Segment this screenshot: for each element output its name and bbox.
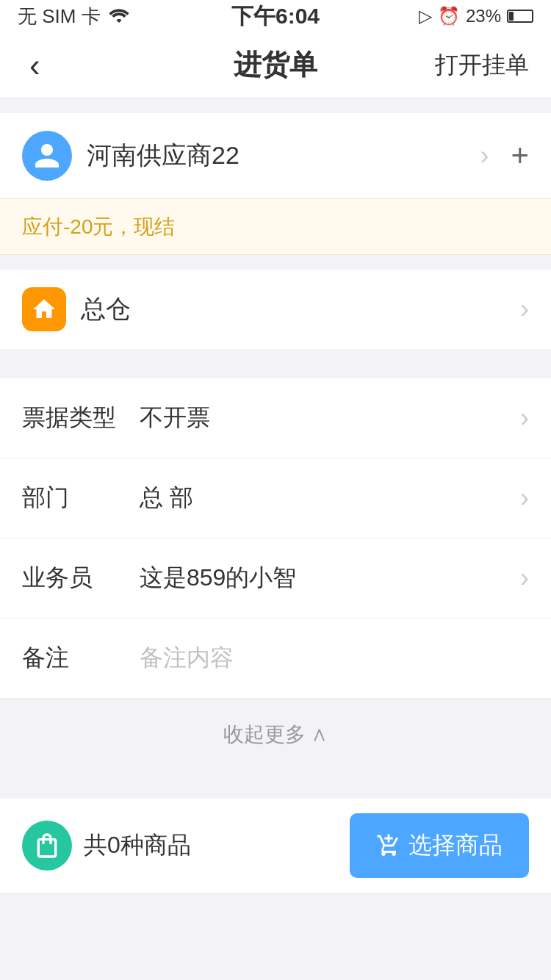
supplier-row[interactable]: 河南供应商22 › +	[0, 113, 551, 198]
location-icon: ▷	[419, 6, 432, 26]
warning-banner: 应付-20元，现结	[0, 198, 551, 255]
invoice-type-chevron-icon: ›	[520, 403, 529, 433]
warehouse-card: 总仓 ›	[0, 270, 551, 349]
department-value: 总 部	[125, 482, 520, 514]
supplier-chevron-icon: ›	[480, 140, 489, 171]
invoice-type-row[interactable]: 票据类型 不开票 ›	[0, 378, 551, 458]
warning-text: 应付-20元，现结	[22, 215, 175, 238]
page-title: 进货单	[234, 46, 317, 84]
status-time: 下午6:04	[231, 1, 320, 32]
notes-placeholder[interactable]: 备注内容	[125, 642, 529, 674]
warehouse-icon	[22, 287, 66, 331]
goods-count-text: 共0种商品	[84, 829, 191, 862]
select-goods-label: 选择商品	[408, 829, 503, 862]
goods-count-area: 共0种商品	[22, 821, 191, 871]
shopping-bag-icon	[32, 831, 62, 860]
alarm-icon: ⏰	[438, 6, 460, 26]
collapse-label[interactable]: 收起更多 ∧	[223, 723, 328, 746]
goods-icon	[22, 821, 72, 871]
supplier-actions: › +	[480, 138, 529, 173]
carrier-label: 无 SIM 卡	[18, 4, 101, 29]
status-bar: 无 SIM 卡 下午6:04 ▷ ⏰ 23%	[0, 0, 551, 32]
invoice-type-label: 票据类型	[22, 402, 125, 434]
select-goods-button[interactable]: 选择商品	[350, 813, 529, 878]
salesperson-row[interactable]: 业务员 这是859的小智 ›	[0, 538, 551, 619]
collapse-row[interactable]: 收起更多 ∧	[0, 699, 551, 769]
warehouse-chevron-icon: ›	[520, 294, 529, 325]
home-icon	[31, 296, 57, 323]
warehouse-name: 总仓	[81, 292, 520, 326]
salesperson-chevron-icon: ›	[520, 563, 529, 594]
invoice-type-value: 不开票	[125, 402, 520, 434]
supplier-name: 河南供应商22	[87, 139, 480, 173]
salesperson-label: 业务员	[22, 562, 125, 594]
status-right: ▷ ⏰ 23%	[419, 6, 533, 26]
supplier-card: 河南供应商22 › + 应付-20元，现结	[0, 113, 551, 255]
bottom-bar: 共0种商品 选择商品	[0, 799, 551, 893]
notes-label: 备注	[22, 642, 125, 674]
department-chevron-icon: ›	[520, 483, 529, 514]
department-row[interactable]: 部门 总 部 ›	[0, 458, 551, 538]
user-icon	[32, 141, 62, 170]
wifi-icon	[108, 5, 130, 28]
battery-label: 23%	[466, 6, 501, 26]
nav-bar: ‹ 进货单 打开挂单	[0, 32, 551, 98]
form-section: 票据类型 不开票 › 部门 总 部 › 业务员 这是859的小智 › 备注 备注…	[0, 378, 551, 769]
back-button[interactable]: ‹	[22, 42, 48, 89]
notes-row[interactable]: 备注 备注内容	[0, 619, 551, 699]
status-left: 无 SIM 卡	[18, 4, 130, 29]
warehouse-row[interactable]: 总仓 ›	[0, 270, 551, 349]
open-pending-button[interactable]: 打开挂单	[435, 49, 529, 82]
salesperson-value: 这是859的小智	[125, 562, 520, 594]
add-to-cart-icon	[376, 833, 401, 858]
battery-icon	[507, 10, 533, 23]
department-label: 部门	[22, 482, 125, 514]
supplier-avatar	[22, 131, 72, 181]
add-supplier-button[interactable]: +	[511, 138, 529, 173]
